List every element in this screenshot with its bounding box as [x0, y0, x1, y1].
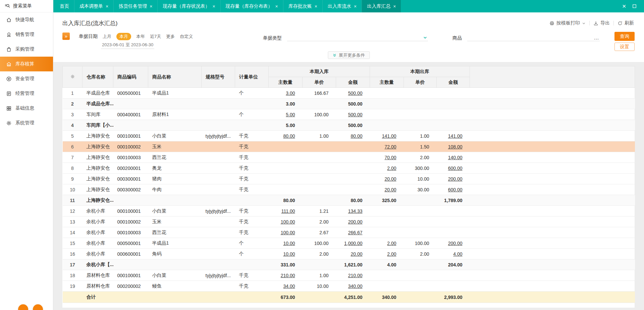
drilldown-link[interactable]: 108.00 — [448, 144, 463, 149]
table-row[interactable]: 14余杭小库000100003西兰花千克100.002.67266.67 — [63, 227, 635, 238]
sidebar-item-purchase[interactable]: 采购管理 — [0, 42, 53, 57]
drilldown-link[interactable]: 210.00 — [281, 273, 295, 278]
date-range-input[interactable]: 2023-06-01 至 2023-06-30 — [101, 42, 154, 49]
drilldown-link[interactable]: 20.00 — [384, 176, 396, 182]
table-row[interactable]: 11上海静安仓...80.0080.00325.001,789.00 — [63, 195, 635, 206]
col-in-price[interactable]: 单价 — [303, 77, 336, 88]
refresh-button[interactable]: 刷新 — [618, 20, 634, 26]
drilldown-link[interactable]: 1,000.00 — [344, 241, 363, 246]
total-row[interactable]: 合计673.004,251.00340.002,993.00 — [63, 292, 635, 303]
date-option[interactable]: 更多 — [166, 34, 175, 40]
table-row[interactable]: 5上海静安仓000100001小白菜tyjyjtyjtyjdf...千克80.0… — [63, 131, 635, 141]
col-spec[interactable]: 规格型号 — [202, 66, 235, 88]
table-row[interactable]: 7上海静安仓000100003西兰花千克70.002.00140.00 — [63, 152, 635, 163]
drilldown-link[interactable]: 2.00 — [387, 241, 396, 246]
col-code[interactable]: 商品编码 — [113, 66, 148, 88]
floating-help-button[interactable] — [33, 304, 43, 310]
sidebar-item-funds[interactable]: 资金管理 — [0, 71, 53, 86]
drilldown-link[interactable]: 200.00 — [448, 176, 463, 182]
table-row[interactable]: 18原材料仓库000100001小白菜tyjyjtyjtyjdf...千克210… — [63, 270, 635, 281]
date-option[interactable]: 近7天 — [150, 34, 161, 40]
table-row[interactable]: 6上海静安仓000100002玉米千克72.001.50108.00 — [63, 141, 635, 152]
drilldown-link[interactable]: 80.00 — [283, 133, 295, 139]
product-input[interactable]: ... — [467, 33, 600, 41]
tab[interactable]: 库存批次账× — [283, 0, 322, 12]
table-row[interactable]: 4车间库【小...5.00500.00 — [63, 120, 635, 131]
drilldown-link[interactable]: 134.33 — [348, 208, 363, 214]
drilldown-link[interactable]: 100.00 — [281, 219, 295, 225]
sidebar-item-sales[interactable]: 销售管理 — [0, 27, 53, 42]
expand-more-conditions-button[interactable]: 展开更多条件 — [328, 51, 370, 59]
drilldown-link[interactable]: 34.00 — [283, 284, 295, 289]
table-row[interactable]: 13余杭小库000100002玉米千克100.002.00200.00 — [63, 216, 635, 227]
tab[interactable]: 现存量（库存状况表）× — [157, 0, 220, 12]
col-out-qty[interactable]: 主数量 — [370, 77, 404, 88]
more-options-icon[interactable]: ... — [594, 36, 599, 40]
sidebar-item-system[interactable]: 系统管理 — [0, 116, 53, 130]
export-button[interactable]: 导出 — [593, 20, 610, 26]
fullscreen-icon[interactable] — [632, 4, 637, 8]
drilldown-link[interactable]: 141.00 — [448, 133, 463, 139]
settings-button[interactable]: 设置 — [614, 43, 635, 51]
drilldown-link[interactable]: 266.67 — [348, 230, 363, 235]
drilldown-link[interactable]: 500.00 — [348, 90, 363, 96]
drilldown-link[interactable]: 80.00 — [351, 133, 362, 139]
tab[interactable]: 出入库汇总× — [362, 0, 401, 12]
tab-close-icon[interactable]: × — [275, 4, 278, 9]
table-row[interactable]: 12余杭小库000100001小白菜tyjyjtyjtyjdf...千克111.… — [63, 206, 635, 216]
tab[interactable]: 现存量（库存分布表）× — [220, 0, 283, 12]
floating-chat-button[interactable] — [18, 304, 28, 310]
print-by-template-button[interactable]: 按模板打印 — [549, 20, 586, 26]
table-row[interactable]: 10上海静安仓000300002牛肉千克20.0030.00600.00 — [63, 184, 635, 195]
drilldown-link[interactable]: 20.00 — [384, 187, 396, 192]
tab[interactable]: 出入库流水× — [322, 0, 362, 12]
drilldown-link[interactable]: 2.00 — [387, 251, 396, 257]
drilldown-link[interactable]: 600.00 — [448, 166, 463, 171]
table-row[interactable]: 3车间库000400001原材料1个5.00100.00500.00 — [63, 109, 635, 120]
drilldown-link[interactable]: 4.00 — [453, 251, 462, 257]
date-from-value[interactable]: 2023-06-01 — [102, 42, 124, 47]
tab-close-icon[interactable]: × — [212, 4, 215, 9]
col-in-qty[interactable]: 主数量 — [269, 77, 303, 88]
col-warehouse[interactable]: 仓库名称 — [83, 66, 113, 88]
drilldown-link[interactable]: 140.00 — [448, 155, 463, 160]
table-row[interactable]: 1半成品仓库000500001半成品1个3.00166.67500.00 — [63, 88, 635, 99]
sidebar-item-nav[interactable]: 快捷导航 — [0, 12, 53, 27]
table-row[interactable]: 2半成品仓库...3.00500.00 — [63, 99, 635, 109]
tab[interactable]: 成本调整单× — [74, 0, 113, 12]
doctype-select[interactable] — [287, 33, 428, 41]
table-row[interactable]: 8上海静安仓000200001奥龙千克2.00300.00600.00 — [63, 163, 635, 174]
gear-icon[interactable] — [70, 74, 75, 79]
sidebar-item-inventory[interactable]: 库存核算 — [0, 57, 53, 71]
table-row[interactable]: 19原材料仓库000200002鳗鱼千克34.0010.00340.00 — [63, 281, 635, 292]
table-row[interactable]: 17余杭小库【...331.001,621.004.00204.00 — [63, 259, 635, 270]
date-to-value[interactable]: 2023-06-30 — [131, 42, 154, 47]
drilldown-link[interactable]: 100.00 — [281, 230, 295, 235]
date-option[interactable]: 自定义 — [180, 34, 193, 40]
date-option[interactable]: 上月 — [103, 34, 111, 40]
collapse-filters-button[interactable]: » — [62, 33, 70, 40]
tab-close-icon[interactable]: × — [150, 4, 152, 9]
table-row[interactable]: 16余杭小库000600001角码个10.002.0020.002.002.00… — [63, 249, 635, 259]
col-unit[interactable]: 计量单位 — [235, 66, 269, 88]
col-out-price[interactable]: 单价 — [404, 77, 437, 88]
table-row[interactable]: 9上海静安仓000300001猪肉千克20.0010.00200.00 — [63, 174, 635, 184]
drilldown-link[interactable]: 10.00 — [283, 251, 295, 257]
tab-close-icon[interactable]: × — [354, 4, 357, 9]
drilldown-link[interactable]: 3.00 — [286, 90, 295, 96]
close-icon[interactable]: ✕ — [622, 4, 626, 9]
drilldown-link[interactable]: 200.00 — [448, 241, 463, 246]
sidebar-item-operations[interactable]: 经营管理 — [0, 86, 53, 101]
drilldown-link[interactable]: 200.00 — [348, 219, 363, 225]
tab-close-icon[interactable]: × — [106, 4, 108, 9]
drilldown-link[interactable]: 2.00 — [387, 166, 396, 171]
drilldown-link[interactable]: 10.00 — [283, 241, 295, 246]
drilldown-link[interactable]: 500.00 — [348, 112, 363, 117]
col-name[interactable]: 商品名称 — [148, 66, 202, 88]
tab-close-icon[interactable]: × — [393, 4, 396, 9]
chevron-down-icon[interactable] — [423, 36, 427, 40]
date-option[interactable]: 本年 — [136, 34, 145, 40]
tab[interactable]: 拣货任务管理× — [113, 0, 157, 12]
drilldown-link[interactable]: 70.00 — [384, 155, 396, 160]
drilldown-link[interactable]: 141.00 — [382, 133, 396, 139]
